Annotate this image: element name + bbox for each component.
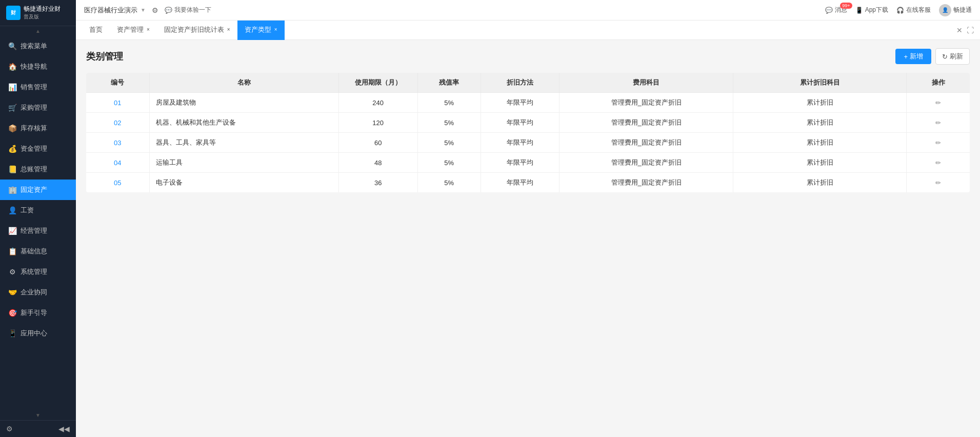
cell-id[interactable]: 04 xyxy=(86,153,149,173)
header-right: 💬 消息 99+ 📱 App下载 🎧 在线客服 👤 畅捷通 xyxy=(825,4,972,16)
cell-period: 120 xyxy=(338,113,417,133)
cell-id[interactable]: 03 xyxy=(86,133,149,153)
cell-accum: 累计折旧 xyxy=(733,173,906,193)
settings-icon[interactable]: ⚙ xyxy=(6,425,13,433)
system-icon: ⚙ xyxy=(8,268,16,276)
col-header-op: 操作 xyxy=(907,73,970,93)
cell-fee: 管理费用_固定资产折旧 xyxy=(559,173,733,193)
sidebar-logo: 财 畅捷通好业财 普及版 xyxy=(0,0,76,26)
fixedassets-icon: 🏢 xyxy=(8,186,16,194)
sidebar-item-sales[interactable]: 📊 销售管理 xyxy=(0,77,76,97)
tab-depreciation[interactable]: 固定资产折旧统计表 × xyxy=(157,21,237,40)
col-header-period: 使用期限（月） xyxy=(338,73,417,93)
new-label: 新增 xyxy=(910,52,923,61)
sidebar-item-search[interactable]: 🔍 搜索菜单 xyxy=(0,36,76,56)
cell-id[interactable]: 05 xyxy=(86,173,149,193)
sidebar-item-ledger[interactable]: 📒 总账管理 xyxy=(0,159,76,180)
tab-assettype-close[interactable]: × xyxy=(274,27,277,32)
sidebar: 财 畅捷通好业财 普及版 ▲ 🔍 搜索菜单 🏠 快捷导航 📊 销售管理 🛒 采购… xyxy=(0,0,76,437)
cell-method: 年限平均 xyxy=(481,133,559,153)
cell-id[interactable]: 01 xyxy=(86,93,149,113)
sidebar-item-label: 销售管理 xyxy=(21,83,47,92)
tab-assets-label: 资产管理 xyxy=(117,25,144,34)
edit-icon[interactable]: ✏ xyxy=(935,99,941,107)
page-actions: + 新增 ↻ 刷新 xyxy=(895,48,970,65)
sidebar-item-label: 快捷导航 xyxy=(21,62,47,71)
tab-assets[interactable]: 资产管理 × xyxy=(110,21,157,40)
sidebar-item-label: 工资 xyxy=(21,206,34,215)
app-label: App下载 xyxy=(865,6,888,14)
sidebar-item-salary[interactable]: 👤 工资 xyxy=(0,200,76,221)
sidebar-item-label: 企业协同 xyxy=(21,288,47,297)
refresh-icon: ↻ xyxy=(942,53,948,61)
table-row: 02 机器、机械和其他生产设备 120 5% 年限平均 管理费用_固定资产折旧 … xyxy=(86,113,970,133)
sidebar-item-fixedassets[interactable]: 🏢 固定资产 xyxy=(0,180,76,200)
cell-name: 电子设备 xyxy=(149,173,338,193)
refresh-button[interactable]: ↻ 刷新 xyxy=(935,48,970,65)
message-button[interactable]: 💬 消息 99+ xyxy=(825,6,847,14)
ledger-icon: 📒 xyxy=(8,165,16,173)
cell-id[interactable]: 02 xyxy=(86,113,149,133)
sidebar-item-basic[interactable]: 📋 基础信息 xyxy=(0,241,76,262)
cell-residual: 5% xyxy=(417,153,481,173)
tab-expand-icon[interactable]: ⛶ xyxy=(967,26,974,34)
table-body: 01 房屋及建筑物 240 5% 年限平均 管理费用_固定资产折旧 累计折旧 ✏… xyxy=(86,93,970,193)
sidebar-item-enterprise[interactable]: 🤝 企业协同 xyxy=(0,282,76,303)
tab-close-icon[interactable]: ✕ xyxy=(956,26,963,34)
page-content: 类别管理 + 新增 ↻ 刷新 编号 名称 使用期限（月） xyxy=(76,40,980,437)
tab-assettype[interactable]: 资产类型 × xyxy=(237,21,285,40)
settings-gear-icon[interactable]: ⚙ xyxy=(152,6,158,14)
sidebar-item-quicknav[interactable]: 🏠 快捷导航 xyxy=(0,56,76,77)
tab-home[interactable]: 首页 xyxy=(82,21,110,40)
table-row: 04 运输工具 48 5% 年限平均 管理费用_固定资产折旧 累计折旧 ✏ xyxy=(86,153,970,173)
sidebar-item-purchase[interactable]: 🛒 采购管理 xyxy=(0,97,76,118)
cell-accum: 累计折旧 xyxy=(733,153,906,173)
refresh-label: 刷新 xyxy=(950,52,963,61)
tab-depreciation-close[interactable]: × xyxy=(227,27,230,32)
col-header-fee: 费用科目 xyxy=(559,73,733,93)
tab-assets-close[interactable]: × xyxy=(147,27,150,32)
sidebar-item-label: 新手引导 xyxy=(21,308,47,317)
sidebar-item-label: 经营管理 xyxy=(21,226,47,235)
cell-period: 48 xyxy=(338,153,417,173)
col-header-name: 名称 xyxy=(149,73,338,93)
top-header: 医疗器械行业演示 ▼ ⚙ 💬 我要体验一下 💬 消息 99+ 📱 App下载 🎧… xyxy=(76,0,980,21)
sidebar-item-funds[interactable]: 💰 资金管理 xyxy=(0,138,76,159)
cell-fee: 管理费用_固定资产折旧 xyxy=(559,93,733,113)
sidebar-item-label: 总账管理 xyxy=(21,165,47,174)
sidebar-item-system[interactable]: ⚙ 系统管理 xyxy=(0,262,76,282)
edit-icon[interactable]: ✏ xyxy=(935,139,941,147)
app-download-button[interactable]: 📱 App下载 xyxy=(855,6,888,14)
cell-op: ✏ xyxy=(907,133,970,153)
sidebar-item-management[interactable]: 📈 经营管理 xyxy=(0,221,76,241)
sidebar-item-inventory[interactable]: 📦 库存核算 xyxy=(0,118,76,138)
logo-icon: 财 xyxy=(6,6,21,20)
cell-accum: 累计折旧 xyxy=(733,133,906,153)
company-selector[interactable]: 医疗器械行业演示 ▼ xyxy=(84,6,146,15)
sidebar-item-guide[interactable]: 🎯 新手引导 xyxy=(0,303,76,323)
cell-method: 年限平均 xyxy=(481,93,559,113)
col-header-method: 折旧方法 xyxy=(481,73,559,93)
cell-name: 机器、机械和其他生产设备 xyxy=(149,113,338,133)
edit-icon[interactable]: ✏ xyxy=(935,159,941,167)
online-service-button[interactable]: 🎧 在线客服 xyxy=(896,6,931,14)
feedback-label: 我要体验一下 xyxy=(174,6,211,14)
enterprise-icon: 🤝 xyxy=(8,288,16,296)
feedback-button[interactable]: 💬 我要体验一下 xyxy=(165,6,211,14)
sidebar-item-label: 固定资产 xyxy=(21,185,47,194)
cell-residual: 5% xyxy=(417,113,481,133)
edit-icon[interactable]: ✏ xyxy=(935,119,941,127)
collapse-icon[interactable]: ◀◀ xyxy=(58,425,70,433)
sidebar-item-apps[interactable]: 📱 应用中心 xyxy=(0,323,76,344)
table-header-row: 编号 名称 使用期限（月） 残值率 折旧方法 费用科目 累计折旧科目 操作 xyxy=(86,73,970,93)
cell-op: ✏ xyxy=(907,113,970,133)
user-profile-button[interactable]: 👤 畅捷通 xyxy=(939,4,972,16)
new-button[interactable]: + 新增 xyxy=(895,49,931,64)
tabs-controls: ✕ ⛶ xyxy=(956,26,974,34)
edit-icon[interactable]: ✏ xyxy=(935,179,941,187)
table-row: 01 房屋及建筑物 240 5% 年限平均 管理费用_固定资产折旧 累计折旧 ✏ xyxy=(86,93,970,113)
cell-period: 60 xyxy=(338,133,417,153)
sidebar-item-label: 库存核算 xyxy=(21,124,47,133)
main-content: 医疗器械行业演示 ▼ ⚙ 💬 我要体验一下 💬 消息 99+ 📱 App下载 🎧… xyxy=(76,0,980,437)
sidebar-item-label: 应用中心 xyxy=(21,329,47,338)
